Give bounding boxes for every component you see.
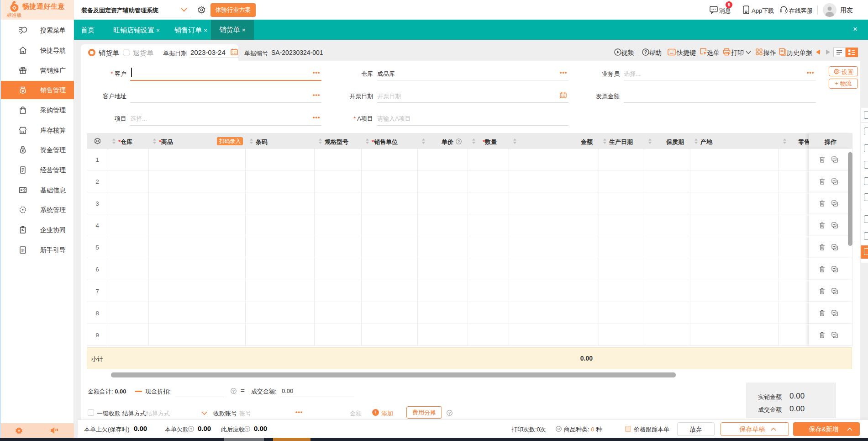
svg-text:?: ? bbox=[644, 50, 647, 55]
svg-text:?: ? bbox=[448, 411, 451, 415]
svg-text:?: ? bbox=[232, 389, 235, 393]
svg-text:?: ? bbox=[190, 427, 192, 431]
svg-text:新: 新 bbox=[21, 249, 25, 253]
svg-text:?: ? bbox=[246, 427, 248, 431]
svg-text:?: ? bbox=[458, 139, 460, 144]
